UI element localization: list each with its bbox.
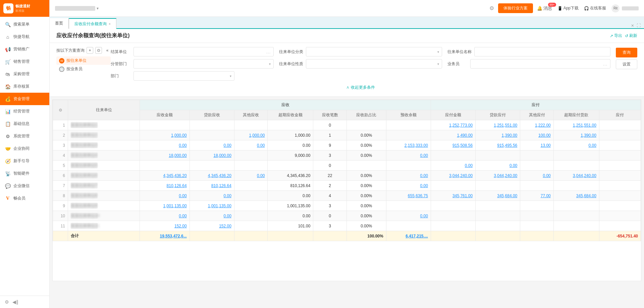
partner-name-cell: 某某往来单位1 [68, 120, 140, 130]
table-row: 7某某往来单位7810,126.64810,126.64810,126.6420… [53, 181, 641, 191]
filter-collapse-btn[interactable]: ∧ 收起更多条件 [111, 83, 610, 92]
filter-settings-icon[interactable]: ⊙ [95, 47, 102, 54]
sidebar-item-finance[interactable]: 💰 资金管理 [0, 93, 49, 105]
row-number: 4 [53, 150, 68, 161]
partner-name-cell: 某某往来单位3 [68, 140, 140, 150]
tab-home[interactable]: 首页 [50, 18, 69, 29]
col-overdue-receivable: 超期应收金额 [268, 110, 313, 120]
filter-scheme-area: 按以下方案查询 + ⊙ « W 按往来单位 🕐 按业务员 [56, 47, 111, 73]
sidebar-nav: 🔍 搜索菜单 ⌂ 快捷导航 📢 营销推广 🛒 销售管理 🛍 采购管理 🏠 库存核… [0, 17, 49, 296]
table-settings-btn[interactable]: 设置 [616, 59, 637, 69]
online-service-btn[interactable]: 🎧 在线客服 [584, 5, 606, 11]
sidebar-item-search-menu[interactable]: 🔍 搜索菜单 [0, 18, 49, 31]
row-number: 8 [53, 191, 68, 201]
basic-info-icon: 📋 [5, 121, 11, 127]
table-row: 10某某往来单位100.000.000.0000.00%0.00 [53, 211, 641, 221]
tab-active[interactable]: 应收应付余额查询 × [69, 18, 116, 29]
user-avatar[interactable]: Rit [611, 4, 639, 12]
filter-option-by-salesperson[interactable]: 🕐 按业务员 [56, 65, 111, 73]
col-payable-amount: 应付金额 [431, 110, 475, 120]
sidebar-logo: 畅 畅捷通财 标准版 [0, 0, 49, 17]
partner-nature-input[interactable]: ▾ [306, 59, 442, 69]
col-receivable-ratio: 应收款占比 [346, 110, 386, 120]
sidebar-item-inventory[interactable]: 🏠 库存核算 [0, 80, 49, 93]
receivable-group-header: 应收 [140, 100, 431, 110]
partner-name-cell: 某某往来单位7 [68, 181, 140, 191]
settlement-unit-row: 结算单位 … [111, 47, 274, 56]
filter-expand-icon[interactable]: « [104, 47, 111, 54]
table-container[interactable]: ⚙ 往来单位 应收 应付 应收金额 贷款应收 其他应收 超期应收金额 应收笔数 … [52, 99, 641, 281]
department-input[interactable]: ▾ [133, 71, 234, 81]
table-settings-th: ⚙ [53, 100, 68, 120]
total-advance[interactable]: 6,417,215.... [386, 231, 431, 241]
partner-category-row: 往来单位分类 ▾ [279, 47, 442, 56]
phone-icon: 📱 [557, 6, 562, 11]
wechat-icon: 💬 [5, 183, 11, 189]
sidebar-item-smart-hardware[interactable]: 📡 智能硬件 [0, 167, 49, 180]
partner-name-cell: 某某往来单位10 [68, 211, 140, 221]
partner-nature-row: 往来单位性质 ▾ [279, 59, 442, 69]
total-receivable[interactable]: 19,553,472,6... [140, 231, 190, 241]
sidebar-item-operations[interactable]: 📊 经营管理 [0, 105, 49, 118]
header-gear-icon[interactable]: ⚙ [489, 5, 494, 11]
sidebar-settings-icon[interactable]: ⚙ [5, 299, 9, 305]
sidebar-item-purchase[interactable]: 🛍 采购管理 [0, 68, 49, 80]
col-loan-payable: 贷款应付 [476, 110, 520, 120]
breadcrumb-text [55, 6, 95, 11]
partner-category-input[interactable]: ▾ [306, 47, 442, 56]
marketing-icon: 📢 [5, 47, 11, 52]
window-maximize-icon[interactable]: ⛶ [637, 23, 641, 28]
bell-icon: 🔔 [537, 6, 542, 11]
tab-close-icon[interactable]: × [109, 22, 111, 26]
table-row: 5某某往来单位500.000.00 [53, 161, 641, 171]
filter-fields: 结算单位 … 往来单位分类 ▾ 往来单位名称 [111, 47, 610, 92]
refresh-btn[interactable]: ↺ 刷新 [625, 33, 637, 39]
query-btn[interactable]: 查询 [616, 48, 637, 57]
col-advance-balance: 预收余额 [386, 110, 431, 120]
export-btn[interactable]: ↗ 导出 [610, 33, 622, 39]
sidebar-item-enterprise-collab[interactable]: 🤝 企业协同 [0, 142, 49, 155]
branch-dept-input[interactable]: ▾ [133, 59, 274, 69]
filter-option-by-partner[interactable]: W 按往来单位 [56, 56, 111, 65]
table-row: 2某某往来单位21,000.001,000.001,000.0010.00%1,… [53, 130, 641, 140]
sidebar-item-basic-info[interactable]: 📋 基础信息 [0, 118, 49, 130]
sidebar-item-quick-nav[interactable]: ⌂ 快捷导航 [0, 31, 49, 43]
table-row: 3某某往来单位30.000.000.000.0090.00%2,153,333.… [53, 140, 641, 150]
breadcrumb-arrow[interactable]: ▾ [97, 6, 99, 11]
partner-name-cell: 某某往来单位6 [68, 171, 140, 181]
table-row: 1某某往来单位101,252,773.001,251,551.001,222.0… [53, 120, 641, 130]
notification-btn[interactable]: 🔔 消息 99+ [537, 5, 552, 11]
sidebar-item-system[interactable]: ⚙ 系统管理 [0, 130, 49, 142]
headset-icon: 🎧 [584, 6, 589, 11]
sidebar-item-marketing[interactable]: 📢 营销推广 [0, 43, 49, 55]
salesperson-row: 业务员 … [447, 59, 610, 69]
purchase-icon: 🛍 [5, 72, 11, 77]
table-settings-icon[interactable]: ⚙ [56, 105, 65, 115]
total-ratio: 100.00% [346, 231, 386, 241]
inventory-icon: 🏠 [5, 84, 11, 89]
sidebar-item-sales[interactable]: 🛒 销售管理 [0, 55, 49, 68]
table-row: 4某某往来单位418,000.0018,000.009,000.0030.00%… [53, 150, 641, 161]
window-close-icon[interactable]: × [631, 23, 634, 28]
logo-text: 畅捷通财 标准版 [15, 4, 30, 13]
partner-name-input[interactable] [474, 47, 610, 56]
app-download-btn[interactable]: 📱 App下载 [557, 5, 579, 11]
settlement-unit-input[interactable]: … [133, 47, 274, 56]
finance-icon: 💰 [5, 96, 11, 102]
partner-name-cell: 某某往来单位4 [68, 150, 140, 161]
filter-add-btn[interactable]: + [87, 47, 93, 54]
search-menu-icon: 🔍 [5, 22, 11, 27]
partner-name-cell: 某某往来单位8 [68, 191, 140, 201]
sidebar-item-vip-member[interactable]: V 畅会员 [0, 192, 49, 205]
sidebar-item-beginner[interactable]: 🧭 新手引导 [0, 155, 49, 167]
page-title: 应收应付余额查询(按往来单位) [56, 32, 130, 39]
salesperson-input[interactable]: … [470, 59, 610, 69]
export-icon: ↗ [610, 34, 613, 38]
sidebar-item-enterprise-wechat[interactable]: 💬 企业微信 [0, 180, 49, 192]
sidebar-collapse-icon[interactable]: ◀‖ [12, 299, 18, 305]
page-actions: ↗ 导出 ↺ 刷新 [610, 33, 637, 39]
table-row: 9某某往来单位91,001,135.001,001,135.001,001,13… [53, 201, 641, 211]
row-number: 11 [53, 221, 68, 231]
promo-btn[interactable]: 体验行业方案 [498, 3, 533, 13]
table-row: 8某某往来单位80.000.000.0040.00%655,636.75345,… [53, 191, 641, 201]
